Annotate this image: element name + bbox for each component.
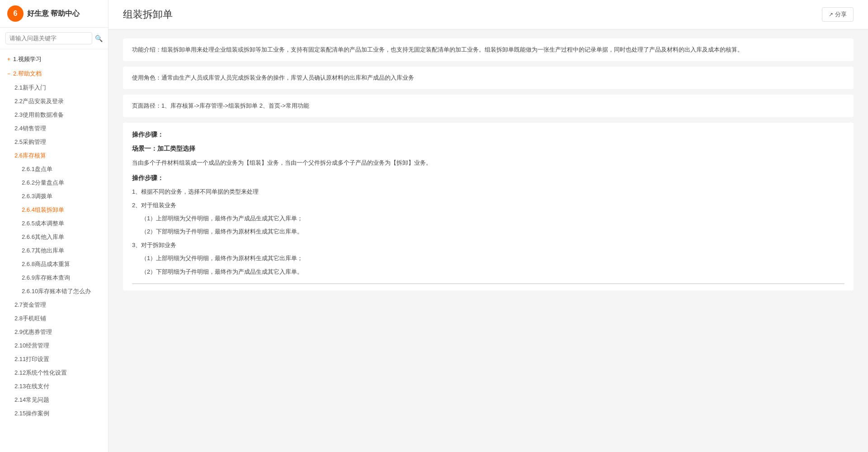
sub-item-label: 2.6.7其他出库单 (22, 247, 64, 254)
role-text: 使用角色：通常由生产人员或库管人员完成拆装业务的操作，库管人员确认原材料的出库和… (132, 74, 414, 81)
sub-item-label: 2.9优惠券管理 (14, 328, 52, 335)
sub-item-label: 2.6.3调拨单 (22, 193, 52, 200)
app-title: 好生意 帮助中心 (27, 9, 80, 19)
search-button[interactable]: 🔍 (95, 35, 103, 42)
sidebar-item-label: 1.视频学习 (13, 55, 42, 63)
sub-item-label: 2.11打印设置 (14, 356, 49, 362)
sub-item-label: 2.6.9库存账本查询 (22, 274, 70, 281)
sub-item-label: 2.6库存核算 (14, 152, 46, 159)
sub-item-label: 2.6.5成本调整单 (22, 220, 64, 227)
sidebar-item-mobile[interactable]: 2.8手机旺铺 (0, 312, 108, 325)
sidebar: 6 好生意 帮助中心 🔍 + 1.视频学习 − 2.帮助文档 2.1新手入门 2… (0, 0, 108, 452)
ops-title: 操作步骤： (132, 129, 844, 140)
sidebar-item-stock4[interactable]: 2.6.4组装拆卸单 (0, 203, 108, 217)
search-box: 🔍 (0, 28, 108, 49)
sub-item-label: 2.5采购管理 (14, 138, 46, 145)
steps-title: 操作步骤： (132, 172, 844, 184)
sub-item-label: 2.13在线支付 (14, 383, 49, 390)
scene1-desc: 当由多个子件材料组装成一个成品的业务为【组装】业务，当由一个父件拆分成多个子产品… (132, 157, 844, 168)
sidebar-item-stock8[interactable]: 2.6.8商品成本重算 (0, 257, 108, 271)
main-header: 组装拆卸单 ↗ 分享 (108, 0, 868, 29)
screenshot-container: 6 TEST-H002 ▼ ⟳ 同步数据一下 App下载 帮助中心 CC (132, 283, 844, 284)
sidebar-item-stock10[interactable]: 2.6.10库存账本错了怎么办 (0, 285, 108, 298)
sidebar-item-finance[interactable]: 2.7资金管理 (0, 298, 108, 312)
step2: 2、对于组装业务 (132, 200, 844, 210)
sidebar-item-stock6[interactable]: 2.6.6其他入库单 (0, 230, 108, 244)
sub-item-label: 2.6.1盘点单 (22, 166, 52, 172)
intro-box: 功能介绍：组装拆卸单用来处理企业组装或拆卸等加工业务，支持有固定装配清单的产品加… (123, 38, 854, 61)
sidebar-item-custom[interactable]: 2.12系统个性化设置 (0, 366, 108, 380)
sub-item-label: 2.6.6其他入库单 (22, 233, 64, 240)
step3: 3、对于拆卸业务 (132, 240, 844, 250)
sidebar-item-stock9[interactable]: 2.6.9库存账本查询 (0, 271, 108, 285)
step3-1: （1）上部明细为父件明细，最终作为原材料生成其它出库单； (132, 253, 844, 263)
sub-item-label: 2.8手机旺铺 (14, 315, 46, 322)
sidebar-item-label: 2.帮助文档 (13, 70, 42, 78)
sidebar-item-cases[interactable]: 2.15操作案例 (0, 407, 108, 420)
sidebar-item-sales[interactable]: 2.4销售管理 (0, 122, 108, 135)
sub-item-label: 2.12系统个性化设置 (14, 369, 67, 376)
sidebar-item-ops[interactable]: 2.10经营管理 (0, 339, 108, 352)
sidebar-item-stock1[interactable]: 2.6.1盘点单 (0, 162, 108, 176)
sub-item-label: 2.4销售管理 (14, 125, 46, 132)
sub-item-label: 2.3使用前数据准备 (14, 111, 64, 118)
sidebar-item-stock7[interactable]: 2.6.7其他出库单 (0, 244, 108, 257)
logo-icon: 6 (7, 5, 24, 22)
sidebar-item-stock2[interactable]: 2.6.2分量盘点单 (0, 176, 108, 190)
sidebar-item-docs[interactable]: − 2.帮助文档 (0, 67, 108, 81)
sidebar-item-coupon[interactable]: 2.9优惠券管理 (0, 325, 108, 339)
sub-item-label: 2.6.10库存账本错了怎么办 (22, 288, 91, 295)
intro-text: 功能介绍：组装拆卸单用来处理企业组装或拆卸等加工业务，支持有固定装配清单的产品加… (132, 46, 743, 53)
nav-list: + 1.视频学习 − 2.帮助文档 2.1新手入门 2.2产品安装及登录 2.3… (0, 49, 108, 452)
sub-item-label: 2.2产品安装及登录 (14, 98, 64, 105)
step2-2: （2）下部明细为子件明细，最终作为原材料生成其它出库单。 (132, 226, 844, 237)
share-button[interactable]: ↗ 分享 (822, 7, 854, 22)
step2-1: （1）上部明细为父件明细，最终作为产成品生成其它入库单； (132, 213, 844, 224)
sidebar-header: 6 好生意 帮助中心 (0, 0, 108, 28)
sub-item-label: 2.7资金管理 (14, 301, 46, 308)
sub-item-label: 2.6.4组装拆卸单 (22, 206, 64, 213)
sidebar-item-install[interactable]: 2.2产品安装及登录 (0, 95, 108, 108)
sub-item-label: 2.6.8商品成本重算 (22, 261, 70, 267)
main-content: 组装拆卸单 ↗ 分享 功能介绍：组装拆卸单用来处理企业组装或拆卸等加工业务，支持… (108, 0, 868, 452)
path-box: 页面路径：1、库存核算->库存管理->组装拆卸单 2、首页->常用功能 (123, 95, 854, 117)
sidebar-item-print[interactable]: 2.11打印设置 (0, 352, 108, 366)
sub-item-label: 2.14常见问题 (14, 396, 49, 403)
share-label: 分享 (835, 10, 847, 19)
role-box: 使用角色：通常由生产人员或库管人员完成拆装业务的操作，库管人员确认原材料的出库和… (123, 67, 854, 89)
mock-topbar: 6 TEST-H002 ▼ ⟳ 同步数据一下 App下载 帮助中心 CC (132, 284, 844, 284)
sidebar-item-faq[interactable]: 2.14常见问题 (0, 393, 108, 407)
minus-icon: − (7, 71, 10, 77)
path-text: 页面路径：1、库存核算->库存管理->组装拆卸单 2、首页->常用功能 (132, 102, 309, 109)
sidebar-item-stock5[interactable]: 2.6.5成本调整单 (0, 217, 108, 230)
sub-item-label: 2.6.2分量盘点单 (22, 179, 64, 186)
ops-box: 操作步骤： 场景一：加工类型选择 当由多个子件材料组装成一个成品的业务为【组装】… (123, 123, 854, 290)
sub-item-label: 2.1新手入门 (14, 84, 46, 91)
sidebar-item-purchase[interactable]: 2.5采购管理 (0, 135, 108, 149)
content-area: 功能介绍：组装拆卸单用来处理企业组装或拆卸等加工业务，支持有固定装配清单的产品加… (108, 29, 868, 305)
sidebar-item-video[interactable]: + 1.视频学习 (0, 52, 108, 67)
scene1-title: 场景一：加工类型选择 (132, 143, 844, 154)
sidebar-item-pay[interactable]: 2.13在线支付 (0, 380, 108, 393)
sub-item-label: 2.10经营管理 (14, 342, 49, 349)
sidebar-item-stock[interactable]: 2.6库存核算 (0, 149, 108, 162)
share-icon: ↗ (829, 11, 833, 18)
step3-2: （2）下部明细为子件明细，最终作为产成品生成其它入库单。 (132, 266, 844, 277)
sidebar-item-data[interactable]: 2.3使用前数据准备 (0, 108, 108, 122)
sidebar-item-new[interactable]: 2.1新手入门 (0, 81, 108, 95)
step1: 1、根据不同的业务，选择不同单据的类型来处理 (132, 186, 844, 197)
plus-icon: + (7, 56, 10, 62)
sidebar-item-stock3[interactable]: 2.6.3调拨单 (0, 190, 108, 203)
sub-item-label: 2.15操作案例 (14, 410, 49, 417)
page-title: 组装拆卸单 (123, 8, 173, 21)
search-input[interactable] (5, 32, 92, 44)
